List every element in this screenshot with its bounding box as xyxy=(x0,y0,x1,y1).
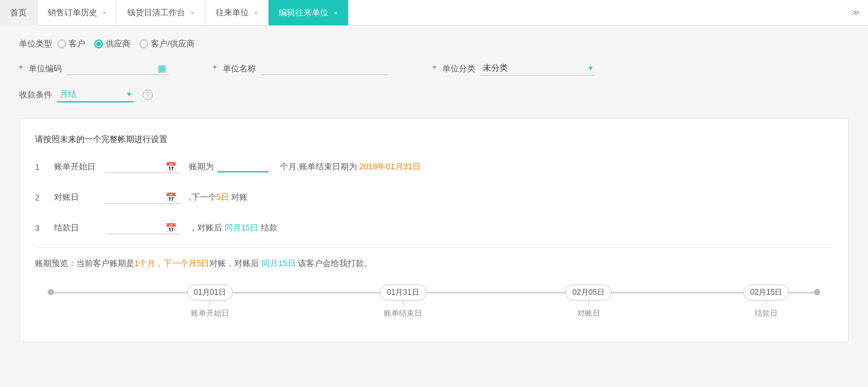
copy-icon[interactable]: ▦ xyxy=(155,63,169,73)
row-3-desc: ，对账后 同月15日 结款 xyxy=(189,222,277,234)
radio-both[interactable]: 客户/供应商 xyxy=(139,38,195,50)
period-input[interactable]: 1 xyxy=(218,162,269,172)
unit-code-star: * xyxy=(19,64,22,73)
setting-row-1: 1 账单开始日 2018-01-01 📅 账期为 1 个月,账单结束日期为 20… xyxy=(35,160,833,173)
unit-name-field: * 单位名称 河南供应商22 xyxy=(213,62,388,75)
tab-edit-partner[interactable]: 编辑往来单位 × xyxy=(269,0,348,25)
row-3-num: 3 xyxy=(35,223,54,233)
tab-cash-close[interactable]: × xyxy=(190,9,194,17)
row-2-cal-icon[interactable]: 📅 xyxy=(165,192,176,202)
unit-category-field: * 单位分类 未分类 ▾ xyxy=(433,61,595,76)
point-1-line xyxy=(209,300,210,306)
row-3-cal-icon[interactable]: 📅 xyxy=(165,223,176,233)
tab-sales-close[interactable]: × xyxy=(102,9,106,17)
payment-field: 收款条件 月结 ▾ ? xyxy=(19,87,153,102)
unit-code-input[interactable]: 000001 xyxy=(67,62,155,74)
tab-partner[interactable]: 往来单位 × xyxy=(206,0,269,25)
point-3-bubble: 02月05日 xyxy=(565,285,612,300)
payment-value: 月结 xyxy=(57,87,125,101)
category-dropdown-icon: ▾ xyxy=(586,64,595,73)
tab-sales-label: 销售订单历史 xyxy=(48,7,97,18)
radio-supplier[interactable]: 供应商 xyxy=(94,38,130,50)
point-4-label: 结款日 xyxy=(755,308,778,319)
radio-group: 客户 供应商 客户/供应商 xyxy=(57,38,195,50)
tab-cash-label: 钱货日清工作台 xyxy=(127,7,185,18)
card-title: 请按照未来的一个完整帐期进行设置 xyxy=(35,134,833,145)
unit-category-value: 未分类 xyxy=(480,61,586,75)
radio-supplier-circle xyxy=(94,39,103,48)
tab-sales-history[interactable]: 销售订单历史 × xyxy=(38,0,117,25)
row-1-end-date: 2018年01月31日 xyxy=(359,162,421,171)
tab-edit-partner-label: 编辑往来单位 xyxy=(279,7,328,18)
timeline-point-4: 02月15日 结款日 xyxy=(743,285,790,319)
unit-category-label: 单位分类 xyxy=(442,63,475,74)
row-2-desc: ,下一个5日 对账 xyxy=(189,192,248,203)
row-1-cal-icon[interactable]: 📅 xyxy=(165,162,176,172)
help-icon[interactable]: ? xyxy=(143,90,153,100)
payment-label: 收款条件 xyxy=(19,89,52,101)
unit-type-field: 单位类型 客户 供应商 客户/供应商 xyxy=(19,38,195,50)
timeline-point-1: 01月01日 账单开始日 xyxy=(187,285,234,319)
row-1-desc-after: 个月,账单结束日期为 2018年01月31日 xyxy=(280,161,421,172)
unit-category-star: * xyxy=(433,64,436,73)
row-3-highlight: 同月15日 xyxy=(225,223,258,232)
row-1-date-input[interactable]: 2018-01-01 xyxy=(105,160,165,172)
preview-part2: 下一个月5日 xyxy=(164,258,209,268)
radio-customer-circle xyxy=(57,39,66,48)
preview-section: 账期预览：当前客户账期是1个月，下一个月5日对账，对账后 同月15日 该客户会给… xyxy=(35,247,833,329)
unit-type-label: 单位类型 xyxy=(19,38,52,50)
point-2-label: 账单结束日 xyxy=(384,308,422,319)
row-1-desc-before: 账期为 xyxy=(189,161,214,172)
unit-code-field: * 单位编码 000001 ▦ xyxy=(19,62,169,75)
tab-edit-partner-close[interactable]: × xyxy=(333,9,337,17)
setting-row-3: 3 结款日 2018-02-15 📅 ，对账后 同月15日 结款 xyxy=(35,222,833,234)
preview-middle: 对账，对账后 xyxy=(209,258,259,268)
unit-code-input-wrap: 000001 ▦ xyxy=(67,62,169,75)
payment-row: 收款条件 月结 ▾ ? xyxy=(19,87,849,102)
preview-end: 该客户会给我打款。 xyxy=(298,258,372,268)
row-2-num: 2 xyxy=(35,193,54,202)
row-1-num: 1 xyxy=(35,162,54,172)
timeline-end-dot xyxy=(814,289,820,295)
tab-home[interactable]: 首页 xyxy=(0,0,38,25)
unit-name-star: * xyxy=(213,64,216,73)
tab-partner-close[interactable]: × xyxy=(254,9,258,17)
tab-home-label: 首页 xyxy=(10,7,27,18)
row-2-date-input[interactable]: 2018-02-05 xyxy=(105,191,165,203)
timeline-point-2: 01月31日 账单结束日 xyxy=(380,285,426,319)
unit-info-row: * 单位编码 000001 ▦ * 单位名称 河南供应商22 * 单位分类 未分… xyxy=(19,61,849,76)
timeline-line xyxy=(48,292,820,293)
tab-cash-work[interactable]: 钱货日清工作台 × xyxy=(117,0,205,25)
tab-expand-button[interactable]: ≫ xyxy=(844,0,868,25)
point-4-line xyxy=(766,300,767,306)
payment-select[interactable]: 月结 ▾ xyxy=(57,87,134,102)
tab-partner-label: 往来单位 xyxy=(216,7,249,18)
preview-part3: 同月15日 xyxy=(262,258,295,268)
expand-icon: ≫ xyxy=(851,8,860,17)
settings-card: 请按照未来的一个完整帐期进行设置 1 账单开始日 2018-01-01 📅 账期… xyxy=(19,118,849,342)
radio-both-circle xyxy=(139,39,148,48)
unit-code-label: 单位编码 xyxy=(29,63,62,74)
row-3-date-input[interactable]: 2018-02-15 xyxy=(105,222,165,234)
row-2-date-wrap: 2018-02-05 📅 xyxy=(105,191,181,204)
main-content: 单位类型 客户 供应商 客户/供应商 * 单位编码 xyxy=(0,25,868,387)
preview-text: 账期预览：当前客户账期是1个月，下一个月5日对账，对账后 同月15日 该客户会给… xyxy=(35,258,833,269)
timeline-wrapper: 01月01日 账单开始日 01月31日 账单结束日 02月05日 xyxy=(35,285,833,329)
unit-name-input[interactable]: 河南供应商22 xyxy=(261,62,388,75)
unit-name-label: 单位名称 xyxy=(223,63,256,74)
point-1-bubble: 01月01日 xyxy=(187,285,234,300)
row-3-date-wrap: 2018-02-15 📅 xyxy=(105,222,181,234)
row-1-label: 账单开始日 xyxy=(54,161,105,172)
radio-customer[interactable]: 客户 xyxy=(57,38,85,50)
point-2-line xyxy=(403,300,403,306)
unit-category-select[interactable]: 未分类 ▾ xyxy=(480,61,595,76)
radio-both-label: 客户/供应商 xyxy=(151,38,195,50)
timeline-point-3: 02月05日 对账日 xyxy=(565,285,612,319)
row-2-highlight: 5日 xyxy=(216,192,229,202)
point-3-line xyxy=(588,300,589,306)
timeline-start-dot xyxy=(48,289,54,295)
row-1-date-wrap: 2018-01-01 📅 xyxy=(105,160,181,173)
setting-row-2: 2 对账日 2018-02-05 📅 ,下一个5日 对账 xyxy=(35,191,833,204)
preview-label: 账期预览：当前客户账期是 xyxy=(35,258,134,268)
radio-customer-label: 客户 xyxy=(69,38,85,50)
